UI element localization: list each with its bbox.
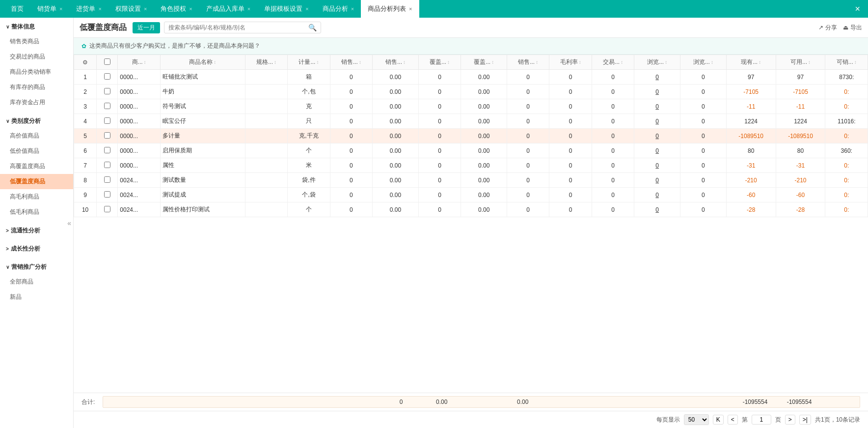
- nav-purchase-order[interactable]: 进货单 ×: [69, 0, 108, 18]
- cell-checkbox[interactable]: [97, 114, 118, 129]
- col-unit[interactable]: 计量...↕: [288, 55, 330, 70]
- close-icon[interactable]: ×: [98, 6, 101, 12]
- sidebar-item-stock-goods[interactable]: 有库存的商品: [0, 80, 73, 95]
- nav-product-analysis[interactable]: 商品分析 ×: [316, 0, 361, 18]
- sidebar-item-traded-goods[interactable]: 交易过的商品: [0, 49, 73, 64]
- select-all-checkbox[interactable]: [104, 58, 110, 65]
- cell-checkbox[interactable]: [97, 158, 118, 173]
- row-checkbox[interactable]: [104, 132, 110, 139]
- nav-template-setting[interactable]: 单据模板设置 ×: [257, 0, 315, 18]
- sidebar-item-low-margin[interactable]: 低毛利商品: [0, 204, 73, 220]
- row-checkbox[interactable]: [104, 103, 110, 109]
- row-checkbox[interactable]: [104, 176, 110, 183]
- page-number-input[interactable]: [752, 415, 771, 425]
- row-checkbox[interactable]: [104, 147, 110, 153]
- sidebar-item-low-coverage[interactable]: 低覆盖度商品: [0, 174, 73, 189]
- first-page-button[interactable]: K: [713, 415, 724, 425]
- col-cov-qty[interactable]: 覆盖...↕: [418, 55, 461, 70]
- col-avail[interactable]: 可用...↕: [776, 55, 825, 70]
- close-icon[interactable]: ×: [305, 6, 308, 12]
- filter-period-button[interactable]: 近一月: [133, 22, 160, 33]
- cell-checkbox[interactable]: [97, 202, 118, 217]
- col-spec[interactable]: 规格...↕: [245, 55, 287, 70]
- col-current[interactable]: 现有...↕: [726, 55, 776, 70]
- cell-browse1[interactable]: 0: [634, 85, 680, 99]
- last-page-button[interactable]: >|: [799, 415, 811, 425]
- row-checkbox[interactable]: [104, 162, 110, 168]
- col-sales-qty[interactable]: 销售...↕: [330, 55, 372, 70]
- cell-browse1[interactable]: 0: [634, 99, 680, 114]
- sidebar-item-low-value[interactable]: 低价值商品: [0, 143, 73, 159]
- cell-checkbox[interactable]: [97, 143, 118, 158]
- sidebar-item-new-goods[interactable]: 新品: [0, 289, 73, 305]
- sidebar-item-high-value[interactable]: 高价值商品: [0, 128, 73, 143]
- cell-browse1[interactable]: 0: [634, 188, 680, 202]
- sidebar-group-marketing[interactable]: ∨ 营销推广分析: [0, 260, 73, 274]
- cell-checkbox[interactable]: [97, 85, 118, 99]
- sidebar-group-overall[interactable]: ∨ 整体信息: [0, 20, 73, 34]
- sidebar-group-growth[interactable]: > 成长性分析: [0, 242, 73, 256]
- cell-cov-qty: 0: [418, 129, 461, 143]
- cell-checkbox[interactable]: [97, 99, 118, 114]
- cell-trade: 0: [592, 158, 634, 173]
- next-page-button[interactable]: >: [785, 415, 795, 425]
- sidebar-item-high-margin[interactable]: 高毛利商品: [0, 189, 73, 204]
- nav-product-analysis-list[interactable]: 商品分析列表 ×: [361, 0, 419, 18]
- sidebar-collapse-button[interactable]: «: [65, 217, 73, 229]
- export-button[interactable]: ⏏ 导出: [843, 24, 862, 32]
- row-checkbox[interactable]: [104, 117, 110, 124]
- col-code[interactable]: 商...↕: [118, 55, 160, 70]
- col-cov-rate[interactable]: 覆盖...↕: [461, 55, 507, 70]
- close-icon[interactable]: ×: [247, 6, 250, 12]
- col-browse2[interactable]: 浏览...↕: [680, 55, 727, 70]
- sidebar-group-category[interactable]: ∨ 类别度分析: [0, 114, 73, 128]
- close-icon[interactable]: ×: [144, 6, 147, 12]
- sidebar-item-sales-goods[interactable]: 销售类商品: [0, 34, 73, 49]
- nav-permission[interactable]: 权限设置 ×: [108, 0, 154, 18]
- col-gross-rate[interactable]: 毛利率↕: [549, 55, 592, 70]
- cell-browse1[interactable]: 0: [634, 173, 680, 188]
- share-button[interactable]: ↗ 分享: [818, 24, 837, 32]
- prev-page-button[interactable]: <: [728, 415, 738, 425]
- close-icon[interactable]: ×: [189, 6, 192, 12]
- col-name[interactable]: 商品名称↕: [160, 55, 245, 70]
- cell-browse1[interactable]: 0: [634, 129, 680, 143]
- nav-home[interactable]: 首页: [4, 0, 30, 18]
- window-close-button[interactable]: ×: [851, 4, 864, 14]
- cell-gross-rate: 0: [549, 202, 592, 217]
- cell-checkbox[interactable]: [97, 129, 118, 143]
- sidebar-item-high-coverage[interactable]: 高覆盖度商品: [0, 159, 73, 174]
- cell-browse1[interactable]: 0: [634, 70, 680, 85]
- nav-sales-order[interactable]: 销货单 ×: [30, 0, 69, 18]
- nav-product-inbound[interactable]: 产成品入库单 ×: [199, 0, 257, 18]
- sidebar-item-all-goods[interactable]: 全部商品: [0, 274, 73, 289]
- sidebar-item-category-rate[interactable]: 商品分类动销率: [0, 64, 73, 80]
- cell-checkbox[interactable]: [97, 173, 118, 188]
- cell-browse1[interactable]: 0: [634, 202, 680, 217]
- close-icon[interactable]: ×: [351, 6, 354, 12]
- nav-role-auth[interactable]: 角色授权 ×: [154, 0, 199, 18]
- cell-browse1[interactable]: 0: [634, 114, 680, 129]
- row-checkbox[interactable]: [104, 73, 110, 80]
- page-size-select[interactable]: 50 100 200: [684, 414, 709, 425]
- close-icon[interactable]: ×: [59, 6, 62, 12]
- col-settings[interactable]: ⚙: [74, 55, 97, 70]
- cell-checkbox[interactable]: [97, 70, 118, 85]
- sidebar-item-stock-capital[interactable]: 库存资金占用: [0, 95, 73, 110]
- col-saleable[interactable]: 可销...↕: [825, 55, 868, 70]
- close-icon[interactable]: ×: [409, 6, 412, 12]
- row-checkbox[interactable]: [104, 191, 110, 198]
- cell-checkbox[interactable]: [97, 188, 118, 202]
- col-trade[interactable]: 交易...↕: [592, 55, 634, 70]
- col-browse1[interactable]: 浏览...↕: [634, 55, 680, 70]
- row-checkbox[interactable]: [104, 88, 110, 94]
- cell-browse1[interactable]: 0: [634, 158, 680, 173]
- col-checkbox[interactable]: [97, 55, 118, 70]
- col-sales-amt[interactable]: 销售...↕: [373, 55, 419, 70]
- search-input[interactable]: [168, 24, 308, 31]
- sidebar-group-circulation[interactable]: > 流通性分析: [0, 224, 73, 238]
- row-checkbox[interactable]: [104, 206, 110, 212]
- cell-browse1[interactable]: 0: [634, 143, 680, 158]
- table-container[interactable]: ⚙ 商...↕ 商品名称↕ 规格...↕ 计量...↕ 销售...↕ 销售...…: [74, 55, 868, 393]
- col-sales-count[interactable]: 销售...↕: [507, 55, 549, 70]
